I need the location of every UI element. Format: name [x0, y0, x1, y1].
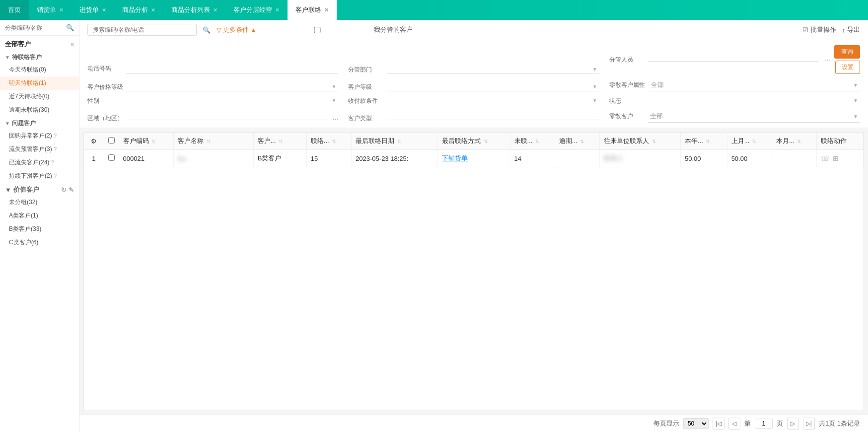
th-this-month[interactable]: 本月... ⇅ [772, 133, 816, 150]
search-input[interactable] [87, 24, 197, 36]
my-customers-filter[interactable]: 我分管的客户 [263, 25, 413, 34]
filter-retail-customer: 零散客户 全部▼ [609, 110, 860, 123]
select-all-checkbox[interactable] [108, 137, 115, 144]
filter-retail-attr: 零散客户属性 全部▼ [609, 79, 860, 91]
nav-home[interactable]: 首页 [0, 0, 29, 20]
qr-code-icon[interactable]: ⊞ [833, 154, 839, 162]
sidebar-item-7days-pending[interactable]: 近7天待联络(0) [0, 90, 79, 103]
th-contact-action[interactable]: 联络动作 [817, 133, 864, 150]
th-customer-name[interactable]: 客户名称 ⇅ [174, 133, 254, 150]
sidebar-search-container: 🔍 [0, 20, 79, 36]
collapse-icon[interactable]: « [71, 41, 74, 48]
total-records-label: 共1页 1条记录 [819, 419, 860, 428]
export-btn[interactable]: ↑ 导出 [842, 25, 861, 34]
customer-type-select[interactable] [387, 117, 599, 120]
page-number-input[interactable] [755, 419, 773, 429]
sidebar-item-overdue-pending[interactable]: 逾期未联络(30) [0, 103, 79, 117]
sidebar-item-class-b[interactable]: B类客户(33) [0, 222, 79, 236]
nav-product-analysis[interactable]: 商品分析 ✕ [114, 0, 163, 20]
nav-product-analysis-list[interactable]: 商品分析列表 ✕ [163, 0, 225, 20]
td-action[interactable]: ☏ ⊞ [817, 150, 864, 167]
th-checkbox[interactable] [104, 133, 119, 150]
phone-input[interactable] [126, 64, 338, 74]
next-page-btn[interactable]: ▷ [787, 418, 799, 430]
data-table-container: ⚙ 客户编码 ⇅ 客户名称 ⇅ 客户... ⇅ 联络... ⇅ 最后联络日期 ⇅… [83, 132, 864, 410]
customer-grade-select[interactable]: ▼ [387, 82, 599, 91]
close-icon[interactable]: ✕ [151, 7, 155, 13]
action-icons-group: ☏ ⊞ [821, 154, 859, 162]
nav-customer-segmentation[interactable]: 客户分层经营 ✕ [225, 0, 288, 20]
sidebar-item-class-a[interactable]: A类客户(1) [0, 209, 79, 222]
sidebar-item-today-pending[interactable]: 今天待联络(0) [0, 63, 79, 76]
td-checkbox[interactable] [104, 150, 119, 167]
td-customer-name: Ea [174, 150, 254, 167]
search-submit-icon[interactable]: 🔍 [203, 26, 211, 34]
th-contact-count[interactable]: 联络... ⇅ [306, 133, 351, 150]
td-uncontact-days: 14 [510, 150, 555, 167]
nav-sales-order[interactable]: 销货单 ✕ [29, 0, 72, 20]
filter-gender: 性别 ▼ [87, 96, 338, 105]
status-select[interactable]: ▼ [648, 96, 860, 105]
row-checkbox[interactable] [108, 154, 115, 161]
th-setting[interactable]: ⚙ [84, 133, 104, 150]
th-customer-type[interactable]: 客户... ⇅ [253, 133, 306, 150]
per-page-select[interactable]: 50 100 200 [683, 418, 709, 429]
th-overdue[interactable]: 逾期... ⇅ [555, 133, 599, 150]
export-icon: ↑ [842, 26, 846, 34]
first-page-btn[interactable]: |◁ [713, 418, 724, 430]
sidebar-search-input[interactable] [5, 24, 66, 31]
sidebar-item-tomorrow-pending[interactable]: 明天待联络(1) [0, 76, 79, 90]
filter-status: 状态 ▼ [609, 96, 860, 105]
region-select[interactable] [127, 117, 327, 120]
all-customers-header[interactable]: 全部客户 « [0, 36, 79, 51]
sidebar-item-declining[interactable]: 持续下滑客户(2) ? [0, 169, 79, 183]
retail-customer-select[interactable]: 全部▼ [648, 110, 860, 123]
gender-select[interactable]: ▼ [126, 96, 338, 105]
sidebar-item-class-c[interactable]: C类客户(6) [0, 236, 79, 249]
table-body: 1 000021 Ea B类客户 15 2023-05-23 18:25: 下销… [84, 150, 864, 167]
close-icon[interactable]: ✕ [213, 7, 217, 13]
th-this-year[interactable]: 本年... ⇅ [680, 133, 727, 150]
region-dots[interactable]: ··· [333, 115, 339, 123]
close-icon[interactable]: ✕ [275, 7, 280, 13]
td-last-date: 2023-05-23 18:25: [352, 150, 438, 167]
search-icon[interactable]: 🔍 [66, 24, 74, 31]
my-customers-checkbox[interactable] [263, 27, 372, 33]
last-page-btn[interactable]: ▷| [803, 418, 815, 430]
per-page-label: 每页显示 [653, 419, 679, 428]
th-customer-code[interactable]: 客户编码 ⇅ [119, 133, 174, 150]
manager-dots[interactable]: ··· [824, 56, 830, 64]
nav-purchase-order[interactable]: 进货单 ✕ [72, 0, 114, 20]
retail-attr-select[interactable]: 全部▼ [649, 79, 860, 91]
settings-button[interactable]: 设置 [835, 61, 860, 74]
more-conditions-btn[interactable]: ▽ 更多条件 ▲ [217, 25, 257, 34]
th-uncontact-days[interactable]: 未联... ⇅ [510, 133, 555, 150]
edit-icon[interactable]: ✎ [69, 186, 74, 194]
filter-phone: 电话号码 [87, 64, 338, 74]
contact-icon[interactable]: ☏ [821, 154, 830, 162]
close-icon[interactable]: ✕ [324, 7, 329, 13]
close-icon[interactable]: ✕ [59, 7, 64, 13]
close-icon[interactable]: ✕ [102, 7, 106, 13]
sidebar-item-churn-warning[interactable]: 流失预警客户(3) ? [0, 143, 79, 156]
pagination-bar: 每页显示 50 100 200 |◁ ◁ 第 页 ▷ ▷| 共1页 1条记录 [79, 414, 868, 432]
query-button[interactable]: 查询 [834, 45, 860, 59]
batch-operation-btn[interactable]: ☑ 批量操作 [802, 25, 836, 34]
th-last-contact-date[interactable]: 最后联络日期 ⇅ [352, 133, 438, 150]
th-partner-contact[interactable]: 往来单位联系人 ⇅ [600, 133, 681, 150]
th-last-month[interactable]: 上月... ⇅ [727, 133, 772, 150]
sidebar-item-repurchase-abnormal[interactable]: 回购异常客户(2) ? [0, 129, 79, 143]
filter-manager: 分管人员 ··· 查询 设置 [609, 45, 860, 74]
sidebar-item-ungroup[interactable]: 未分组(32) [0, 196, 79, 209]
last-method-link[interactable]: 下销货单 [442, 154, 468, 162]
dept-select[interactable]: ▼ [387, 65, 599, 74]
td-last-method[interactable]: 下销货单 [438, 150, 510, 167]
th-last-contact-method[interactable]: 最后联络方式 ⇅ [438, 133, 510, 150]
prev-page-btn[interactable]: ◁ [728, 418, 740, 430]
price-grade-select[interactable]: ▼ [127, 82, 338, 91]
sidebar-item-churned[interactable]: 已流失客户(24) ? [0, 156, 79, 169]
refresh-icon[interactable]: ↻ [61, 186, 67, 194]
payment-select[interactable]: ▼ [387, 96, 599, 105]
manager-select[interactable] [648, 58, 819, 62]
nav-customer-contact[interactable]: 客户联络 ✕ [288, 0, 337, 20]
